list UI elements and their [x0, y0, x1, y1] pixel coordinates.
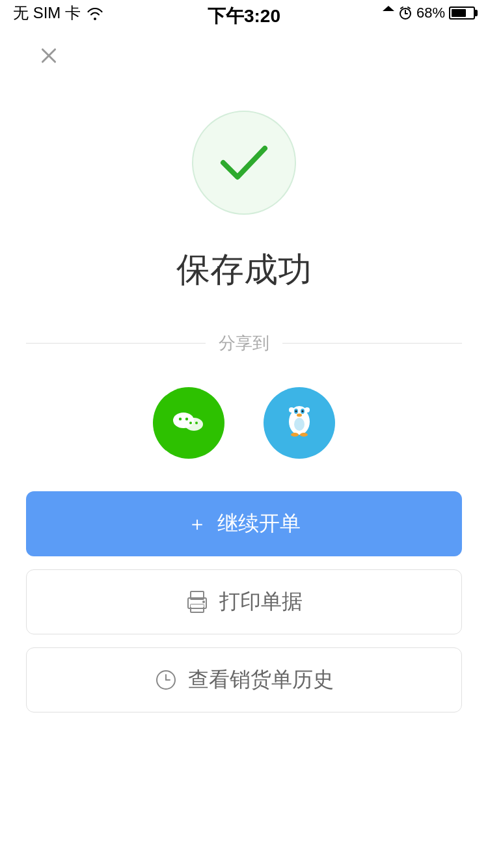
continue-button[interactable]: ＋ 继续开单 — [26, 491, 462, 556]
battery-percent: 68% — [416, 5, 445, 21]
location-icon — [383, 6, 394, 20]
close-button[interactable] — [33, 39, 65, 72]
share-divider: 分享到 — [26, 332, 462, 355]
svg-point-10 — [195, 422, 198, 424]
svg-point-17 — [297, 413, 302, 416]
svg-point-9 — [189, 422, 192, 424]
qq-share-button[interactable] — [264, 387, 335, 459]
svg-point-12 — [291, 406, 307, 419]
history-button[interactable]: 查看销货单历史 — [26, 647, 462, 712]
share-section: 分享到 — [26, 332, 462, 459]
svg-point-21 — [289, 407, 294, 413]
success-title: 保存成功 — [176, 247, 312, 293]
svg-point-27 — [202, 601, 205, 603]
qq-icon — [278, 402, 321, 444]
plus-icon: ＋ — [187, 511, 207, 537]
wechat-share-button[interactable] — [153, 387, 224, 459]
main-content: 保存成功 分享到 — [0, 72, 488, 868]
print-button[interactable]: 打印单据 — [26, 569, 462, 634]
history-label: 查看销货单历史 — [188, 666, 334, 694]
printer-icon — [185, 590, 209, 614]
wifi-icon — [86, 6, 104, 20]
svg-point-7 — [178, 417, 181, 420]
checkmark-icon — [218, 143, 270, 182]
svg-line-3 — [401, 7, 403, 8]
svg-point-20 — [300, 433, 308, 437]
status-right: 68% — [383, 5, 475, 21]
svg-line-4 — [408, 7, 410, 8]
svg-point-8 — [185, 417, 187, 420]
wechat-icon — [168, 402, 210, 444]
svg-point-15 — [295, 410, 297, 412]
share-icons — [26, 387, 462, 459]
alarm-icon — [398, 6, 413, 20]
share-label: 分享到 — [219, 332, 269, 355]
svg-point-16 — [301, 410, 303, 412]
status-time: 下午3:20 — [208, 4, 280, 29]
status-left: 无 SIM 卡 — [13, 3, 104, 23]
clock-icon — [154, 668, 178, 692]
success-icon-circle — [192, 111, 296, 215]
sim-text: 无 SIM 卡 — [13, 3, 81, 23]
continue-label: 继续开单 — [217, 509, 301, 538]
battery-icon — [449, 7, 475, 20]
svg-rect-26 — [191, 604, 204, 607]
svg-point-18 — [294, 418, 305, 431]
print-label: 打印单据 — [219, 588, 303, 616]
action-buttons: ＋ 继续开单 打印单据 查看销货单历史 — [26, 491, 462, 712]
svg-point-19 — [291, 433, 299, 437]
svg-point-22 — [305, 407, 310, 413]
status-bar: 无 SIM 卡 下午3:20 68% — [0, 0, 488, 26]
